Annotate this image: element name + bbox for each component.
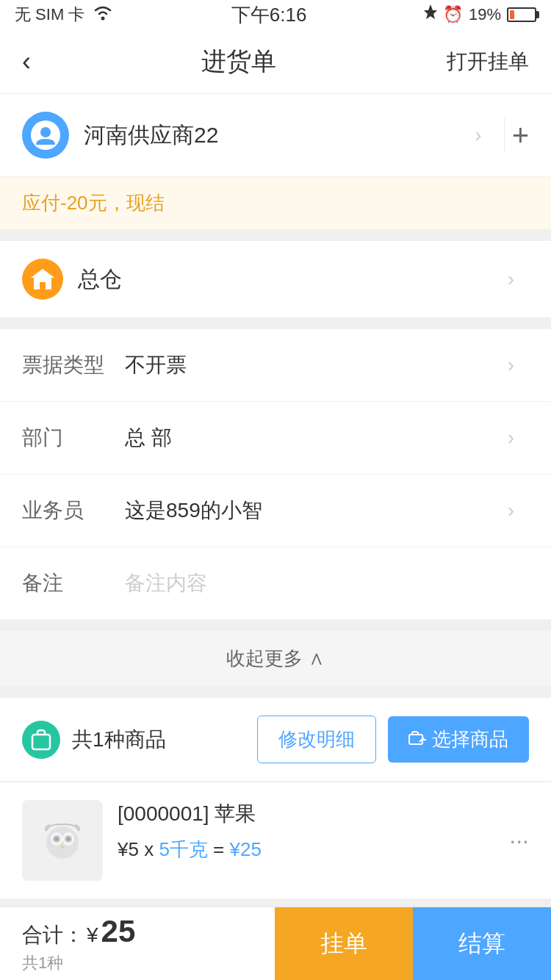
- product-count-text: 共1种商品: [72, 726, 257, 754]
- hang-button[interactable]: 挂单: [275, 907, 413, 981]
- svg-point-15: [67, 837, 71, 841]
- total-amount: 25: [101, 914, 136, 949]
- invoice-type-row[interactable]: 票据类型 不开票 ›: [0, 329, 551, 402]
- svg-rect-5: [32, 735, 50, 749]
- supplier-name: 河南供应商22: [84, 120, 475, 151]
- status-left: 无 SIM 卡: [15, 4, 114, 26]
- supplier-row[interactable]: 河南供应商22 › +: [0, 94, 551, 177]
- divider: [504, 118, 505, 153]
- battery-percent: 19%: [469, 5, 501, 24]
- salesman-row[interactable]: 业务员 这是859的小智 ›: [0, 475, 551, 547]
- product-name: [0000001] 苹果: [118, 800, 494, 828]
- select-product-label: 选择商品: [432, 727, 508, 752]
- collapse-label: 收起更多 ∧: [226, 646, 324, 671]
- status-right: ⏰ 19%: [424, 4, 536, 25]
- department-value: 总 部: [125, 424, 508, 452]
- product-thumbnail: [22, 800, 103, 881]
- product-price: ¥5 x 5千克 = ¥25: [118, 837, 494, 862]
- status-bar: 无 SIM 卡 下午6:16 ⏰ 19%: [0, 0, 551, 29]
- product-header: 共1种商品 修改明细 选择商品: [0, 698, 551, 781]
- page-title: 进货单: [201, 45, 276, 79]
- total-label: 合计：: [22, 921, 84, 949]
- svg-point-0: [101, 17, 105, 21]
- location-icon: [424, 4, 437, 25]
- edit-detail-button[interactable]: 修改明细: [257, 716, 376, 763]
- alarm-icon: ⏰: [443, 5, 463, 24]
- svg-rect-4: [40, 282, 46, 289]
- product-icon: [22, 721, 60, 759]
- invoice-type-chevron-icon: ›: [508, 353, 514, 377]
- unit-price: ¥5 x: [118, 838, 159, 860]
- svg-point-1: [40, 127, 51, 137]
- cart-icon: [408, 731, 426, 749]
- department-label: 部门: [22, 424, 125, 452]
- remark-input[interactable]: 备注内容: [125, 569, 529, 597]
- warehouse-section: 总仓 ›: [0, 241, 551, 317]
- carrier-text: 无 SIM 卡: [15, 4, 84, 26]
- nav-bar: ‹ 进货单 打开挂单: [0, 29, 551, 94]
- remark-label: 备注: [22, 569, 125, 597]
- warehouse-chevron-icon: ›: [508, 267, 514, 291]
- warehouse-icon: [22, 259, 63, 300]
- checkout-button[interactable]: 结算: [413, 907, 551, 981]
- svg-marker-3: [31, 269, 54, 278]
- product-title: 苹果: [215, 802, 256, 825]
- supplier-chevron-icon: ›: [475, 123, 481, 147]
- invoice-type-value: 不开票: [125, 351, 508, 379]
- total-price: ¥25: [229, 838, 261, 860]
- remark-row[interactable]: 备注 备注内容: [0, 547, 551, 619]
- add-button[interactable]: +: [512, 119, 529, 152]
- quantity: 5千克: [159, 838, 207, 860]
- salesman-chevron-icon: ›: [508, 499, 514, 522]
- svg-rect-6: [409, 735, 422, 744]
- total-count: 共1种: [22, 952, 253, 974]
- status-time: 下午6:16: [231, 2, 307, 28]
- back-button[interactable]: ‹: [22, 46, 31, 77]
- product-details: [0000001] 苹果 ¥5 x 5千克 = ¥25: [118, 800, 494, 862]
- svg-point-9: [46, 826, 79, 859]
- total-symbol: ¥: [87, 923, 98, 947]
- payment-notice: 应付-20元，现结: [0, 177, 551, 229]
- more-options-button[interactable]: ···: [509, 827, 529, 854]
- department-chevron-icon: ›: [508, 426, 514, 450]
- bottom-bar: 合计： ¥ 25 共1种 挂单 结算: [0, 907, 551, 980]
- wifi-icon: [92, 4, 114, 25]
- salesman-value: 这是859的小智: [125, 497, 508, 525]
- select-product-button[interactable]: 选择商品: [388, 716, 529, 763]
- total-section: 合计： ¥ 25 共1种: [0, 914, 275, 974]
- svg-point-14: [55, 837, 59, 841]
- equals: =: [208, 838, 230, 860]
- supplier-avatar: [22, 112, 69, 159]
- warehouse-name: 总仓: [78, 264, 508, 295]
- department-row[interactable]: 部门 总 部 ›: [0, 402, 551, 475]
- invoice-type-label: 票据类型: [22, 351, 125, 379]
- open-hang-button[interactable]: 打开挂单: [447, 48, 529, 76]
- form-section: 票据类型 不开票 › 部门 总 部 › 业务员 这是859的小智 › 备注 备注…: [0, 329, 551, 619]
- battery-icon: [507, 7, 536, 22]
- collapse-row[interactable]: 收起更多 ∧: [0, 631, 551, 686]
- warehouse-row[interactable]: 总仓 ›: [0, 241, 551, 317]
- product-code: [0000001]: [118, 802, 215, 825]
- product-item: [0000001] 苹果 ¥5 x 5千克 = ¥25 ···: [0, 782, 551, 898]
- salesman-label: 业务员: [22, 497, 125, 525]
- supplier-section: 河南供应商22 › + 应付-20元，现结: [0, 94, 551, 229]
